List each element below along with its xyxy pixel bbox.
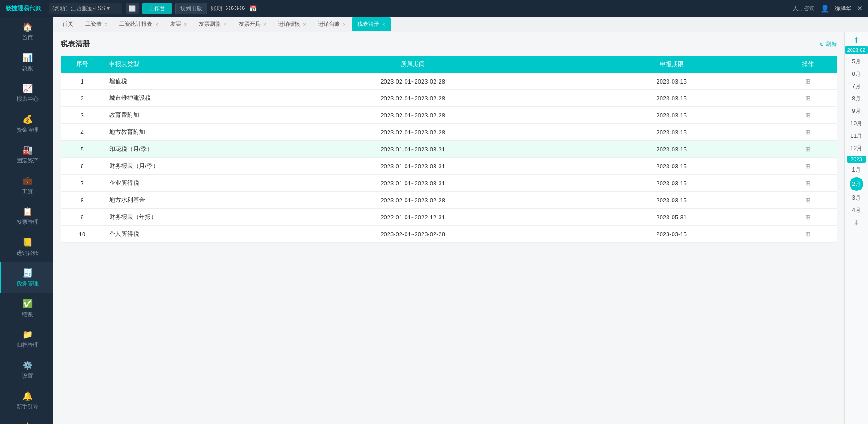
action-icon[interactable]: ⊞ <box>805 162 811 170</box>
sidebar-label-invoice: 发票管理 <box>17 218 39 226</box>
cell-period: 2023-02-01~2023-02-28 <box>262 90 564 107</box>
tab-salary-report[interactable]: 工资统计报表 × <box>114 17 163 31</box>
action-icon[interactable]: ⊞ <box>805 112 811 119</box>
cell-no: 8 <box>61 192 104 209</box>
sidebar-item-tax[interactable]: 🧾 税务管理 <box>0 262 53 293</box>
sidebar-label-fund: 资金管理 <box>17 126 39 134</box>
month-3[interactable]: 3月 <box>845 192 868 204</box>
cell-action[interactable]: ⊞ <box>779 141 837 158</box>
tab-tax-list-close[interactable]: × <box>382 22 385 27</box>
copy-button[interactable]: ⬜ <box>126 3 139 14</box>
tab-salary-report-close[interactable]: × <box>155 22 158 27</box>
calendar-icon[interactable]: 📅 <box>250 5 257 12</box>
month-6[interactable]: 6月 <box>845 68 868 80</box>
cell-action[interactable]: ⊞ <box>779 209 837 226</box>
month-11[interactable]: 11月 <box>845 130 868 142</box>
tab-invoice-calc[interactable]: 发票测算 × <box>193 17 232 31</box>
tab-invoice-issue[interactable]: 发票开具 × <box>233 17 272 31</box>
workbench-button[interactable]: 工作台 <box>142 3 172 14</box>
cell-type: 财务报表（月/季） <box>104 158 262 175</box>
tab-salary-table[interactable]: 工资表 × <box>80 17 113 31</box>
sidebar-item-ledger[interactable]: 📊 总账 <box>0 47 53 78</box>
cell-deadline: 2023-03-15 <box>564 107 779 124</box>
assets-icon: 🏭 <box>22 145 33 155</box>
cell-action[interactable]: ⊞ <box>779 90 837 107</box>
action-icon[interactable]: ⊞ <box>805 95 811 102</box>
tab-purchase-ledger-close[interactable]: × <box>343 22 345 27</box>
sidebar-item-settle[interactable]: ✅ 结账 <box>0 293 53 324</box>
sidebar-item-archive[interactable]: 📁 归档管理 <box>0 324 53 355</box>
cell-action[interactable]: ⊞ <box>779 124 837 141</box>
action-icon[interactable]: ⊞ <box>805 213 811 221</box>
sidebar-item-guide[interactable]: 🔔 新手引导 <box>0 385 53 416</box>
tax-table: 序号 申报表类型 所属期间 申报期限 操作 1 增值税 2023-02-01~2… <box>61 56 837 243</box>
month-7[interactable]: 7月 <box>845 80 868 93</box>
cell-no: 4 <box>61 124 104 141</box>
tab-invoice-close[interactable]: × <box>184 22 187 27</box>
tab-invoice-calc-close[interactable]: × <box>223 22 226 27</box>
user-avatar: 👤 <box>820 4 829 13</box>
cell-action[interactable]: ⊞ <box>779 226 837 243</box>
top-bar: 畅捷通易代账 (勿动）江西服宝-LSS ▾ ⬜ 工作台 切到旧版 账期 2023… <box>0 0 868 17</box>
nav-down-button[interactable]: ⬇ <box>853 218 859 227</box>
sidebar-label-assets: 固定资产 <box>17 157 39 165</box>
sidebar-item-settings[interactable]: ⚙️ 设置 <box>0 355 53 385</box>
sidebar-item-assets[interactable]: 🏭 固定资产 <box>0 139 53 170</box>
year-label[interactable]: 2023.02 <box>845 46 868 54</box>
col-header-type: 申报表类型 <box>104 56 262 73</box>
cell-action[interactable]: ⊞ <box>779 73 837 90</box>
month-9[interactable]: 9月 <box>845 105 868 117</box>
cell-period: 2022-01-01~2022-12-31 <box>262 209 564 226</box>
month-1[interactable]: 1月 <box>845 164 868 176</box>
month-list-after: 1月 2月 3月 4月 <box>845 164 868 217</box>
cell-action[interactable]: ⊞ <box>779 158 837 175</box>
sidebar-label-archive: 归档管理 <box>17 341 39 349</box>
cell-action[interactable]: ⊞ <box>779 175 837 192</box>
action-icon[interactable]: ⊞ <box>805 145 811 153</box>
month-10[interactable]: 10月 <box>845 117 868 130</box>
cell-action[interactable]: ⊞ <box>779 107 837 124</box>
sidebar-item-invoice[interactable]: 📋 发票管理 <box>0 201 53 232</box>
action-icon[interactable]: ⊞ <box>805 179 811 187</box>
action-icon[interactable]: ⊞ <box>805 196 811 204</box>
action-icon[interactable]: ⊞ <box>805 128 811 136</box>
month-12[interactable]: 12月 <box>845 142 868 155</box>
cell-period: 2023-02-01~2023-02-28 <box>262 226 564 243</box>
cell-period: 2023-02-01~2023-02-28 <box>262 124 564 141</box>
home-icon: 🏠 <box>22 22 33 32</box>
refresh-button[interactable]: ↻ 刷新 <box>819 40 837 48</box>
sidebar-item-salary[interactable]: 💼 工资 <box>0 170 53 201</box>
tab-tax-list[interactable]: 税表清册 × <box>352 17 390 31</box>
sidebar-item-report[interactable]: 📈 报表中心 <box>0 78 53 109</box>
month-5[interactable]: 5月 <box>845 56 868 68</box>
cell-deadline: 2023-05-31 <box>564 209 779 226</box>
tab-purchase-check[interactable]: 进销稽核 × <box>273 17 311 31</box>
close-icon[interactable]: ✕ <box>857 5 862 12</box>
month-4[interactable]: 4月 <box>845 204 868 217</box>
year-banner-2023[interactable]: 2023 <box>847 156 866 163</box>
tab-salary-table-close[interactable]: × <box>105 22 107 27</box>
tab-purchase-ledger[interactable]: 进销台账 × <box>312 17 351 31</box>
tab-invoice-issue-close[interactable]: × <box>263 22 266 27</box>
tab-home-label: 首页 <box>62 20 73 28</box>
sidebar-item-home[interactable]: 🏠 首页 <box>0 17 53 47</box>
tax-icon: 🧾 <box>22 268 33 278</box>
switch-old-button[interactable]: 切到旧版 <box>175 3 207 14</box>
action-icon[interactable]: ⊞ <box>805 230 811 238</box>
sidebar-item-fund[interactable]: 💰 资金管理 <box>0 109 53 139</box>
sidebar-item-input-tax[interactable]: 📒 进销台账 <box>0 232 53 262</box>
cell-type: 个人所得税 <box>104 226 262 243</box>
user-name[interactable]: 徐泽华 <box>835 5 851 12</box>
tab-purchase-check-close[interactable]: × <box>303 22 306 27</box>
ai-consult-button[interactable]: 人工咨询 <box>793 5 815 12</box>
month-2-active[interactable]: 2月 <box>850 177 863 191</box>
company-selector[interactable]: (勿动）江西服宝-LSS ▾ <box>49 3 122 14</box>
action-icon[interactable]: ⊞ <box>805 78 811 85</box>
table-row: 4 地方教育附加 2023-02-01~2023-02-28 2023-03-1… <box>61 124 837 141</box>
tab-home[interactable]: 首页 <box>57 17 79 31</box>
tab-invoice[interactable]: 发票 × <box>165 17 192 31</box>
sidebar-item-member[interactable]: ⭐ 畅会员 <box>0 416 53 424</box>
nav-up-button[interactable]: ⬆ <box>853 36 859 45</box>
month-8[interactable]: 8月 <box>845 93 868 105</box>
cell-action[interactable]: ⊞ <box>779 192 837 209</box>
